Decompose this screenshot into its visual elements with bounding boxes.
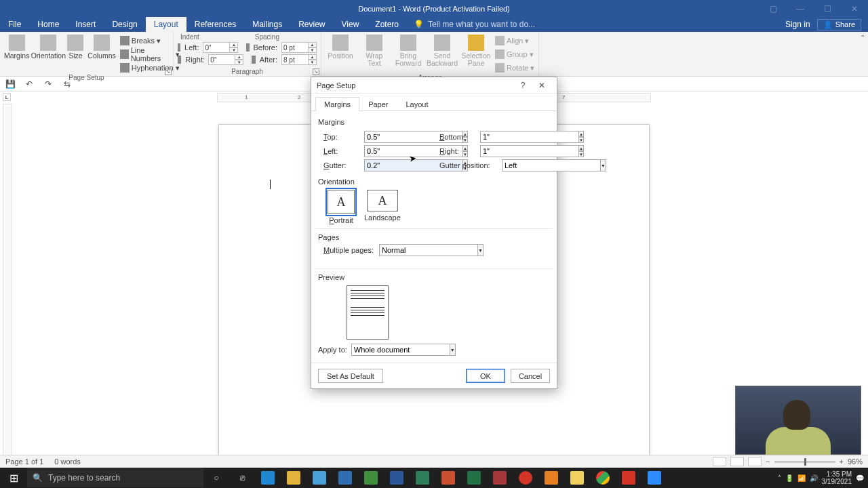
zoom-out-button[interactable]: − [766, 458, 770, 466]
zoom-slider[interactable] [774, 461, 835, 463]
taskbar-app-notes[interactable] [564, 468, 590, 488]
status-words[interactable]: 0 words [54, 458, 81, 466]
vertical-ruler[interactable] [3, 104, 12, 468]
taskbar-app-publisher[interactable] [410, 468, 435, 488]
ok-button[interactable]: OK [466, 369, 505, 383]
dialog-close-button[interactable]: ✕ [532, 81, 551, 90]
breaks-button[interactable]: Breaks▾ [120, 35, 180, 47]
dialog-tab-margins[interactable]: Margins [315, 97, 359, 111]
maximize-button[interactable]: ☐ [814, 0, 841, 17]
tab-layout[interactable]: Layout [146, 17, 186, 32]
tab-insert[interactable]: Insert [67, 17, 104, 32]
indent-left-spinner[interactable]: 0"▲▼ [203, 42, 238, 53]
start-button[interactable]: ⊞ [0, 468, 27, 488]
dialog-titlebar[interactable]: Page Setup ? ✕ [311, 77, 557, 94]
cortana-button[interactable]: ○ [203, 468, 229, 488]
tray-chevron-up-icon[interactable]: ˄ [778, 474, 781, 482]
tab-review[interactable]: Review [290, 17, 333, 32]
paragraph-launcher[interactable]: ↘ [313, 68, 319, 75]
task-view-button[interactable]: ⎚ [229, 468, 255, 488]
taskbar-app-zoom[interactable] [642, 468, 667, 488]
spacing-before-spinner[interactable]: 0 pt▲▼ [281, 42, 317, 53]
dialog-tab-paper[interactable]: Paper [359, 97, 397, 111]
taskbar-app-xbox[interactable] [358, 468, 384, 488]
taskbar-app-vlc[interactable] [538, 468, 564, 488]
page-setup-launcher[interactable]: ↘ [165, 68, 172, 75]
multiple-pages-combo[interactable]: ▼ [379, 244, 444, 256]
chevron-down-icon[interactable]: ▼ [478, 244, 484, 256]
taskbar-app-mail[interactable] [332, 468, 358, 488]
taskbar-app-chrome[interactable] [590, 468, 616, 488]
indent-right-spinner[interactable]: 0"▲▼ [208, 54, 243, 65]
minimize-button[interactable]: — [787, 0, 814, 17]
status-page[interactable]: Page 1 of 1 [5, 458, 43, 466]
selection-pane-button[interactable]: Selection Pane [461, 33, 491, 67]
taskbar-app-powerpoint[interactable] [435, 468, 461, 488]
right-spin-up[interactable]: ▲ [579, 145, 584, 151]
print-layout-button[interactable] [730, 457, 744, 466]
gutter-position-combo[interactable]: ▼ [502, 159, 549, 171]
top-spinner[interactable]: ▲▼ [364, 131, 412, 143]
taskbar-app-edge[interactable] [255, 468, 281, 488]
close-window-button[interactable]: ✕ [841, 0, 868, 17]
orientation-button[interactable]: Orientation [33, 33, 63, 60]
landscape-option[interactable]: A Landscape [364, 190, 401, 224]
tray-battery-icon[interactable]: 🔋 [785, 474, 793, 482]
tab-home[interactable]: Home [29, 17, 67, 32]
sign-in-link[interactable]: Sign in [785, 20, 810, 29]
right-spin-down[interactable]: ▼ [579, 151, 584, 157]
orientation-section-label: Orientation [318, 178, 550, 186]
tab-references[interactable]: References [186, 17, 244, 32]
left-spinner[interactable]: ▲▼ [364, 145, 412, 157]
taskbar-clock[interactable]: 1:35 PM 3/19/2021 [822, 470, 852, 485]
tab-zotero[interactable]: Zotero [367, 17, 407, 32]
tab-selector[interactable]: L [3, 93, 11, 101]
taskbar-app-excel[interactable] [461, 468, 487, 488]
bottom-spinner[interactable]: ▲▼ [480, 131, 528, 143]
tell-me-search[interactable]: 💡 Tell me what you want to do... [414, 17, 535, 32]
multiple-pages-value[interactable] [379, 244, 478, 256]
cancel-button[interactable]: Cancel [511, 369, 550, 383]
notifications-button[interactable]: 💬 [856, 474, 864, 482]
share-button[interactable]: 👤 Share [817, 19, 861, 30]
web-layout-button[interactable] [748, 457, 762, 466]
dialog-help-button[interactable]: ? [513, 81, 532, 90]
taskbar-app-word[interactable] [384, 468, 410, 488]
columns-button[interactable]: Columns [87, 33, 115, 60]
chevron-down-icon[interactable]: ▼ [450, 344, 456, 356]
tab-view[interactable]: View [334, 17, 368, 32]
tab-mailings[interactable]: Mailings [244, 17, 290, 32]
bottom-spin-down[interactable]: ▼ [579, 137, 584, 143]
zoom-level[interactable]: 96% [848, 458, 863, 466]
bottom-spin-up[interactable]: ▲ [579, 131, 584, 137]
tray-wifi-icon[interactable]: 📶 [797, 474, 806, 482]
portrait-option[interactable]: A Portrait [328, 190, 355, 224]
taskbar-app-opera[interactable] [513, 468, 538, 488]
ribbon-display-options[interactable]: ▢ [760, 0, 787, 17]
set-as-default-button[interactable]: Set As Default [318, 369, 383, 383]
right-spinner[interactable]: ▲▼ [480, 145, 528, 157]
apply-to-value[interactable] [351, 344, 450, 356]
tab-file[interactable]: File [0, 17, 29, 32]
taskbar-app-recorder[interactable] [616, 468, 642, 488]
chevron-down-icon[interactable]: ▼ [601, 159, 606, 171]
tab-design[interactable]: Design [104, 17, 145, 32]
line-numbers-button[interactable]: Line Numbers▾ [120, 48, 180, 60]
taskbar-app-store[interactable] [307, 468, 332, 488]
size-button[interactable]: Size [67, 33, 83, 60]
collapse-ribbon-icon[interactable]: ⌃ [860, 34, 865, 41]
gutter-position-value[interactable] [502, 159, 601, 171]
bottom-input[interactable] [480, 131, 579, 143]
margins-button[interactable]: Margins [4, 33, 29, 60]
gutter-spinner[interactable]: ▲▼ [364, 159, 412, 171]
apply-to-combo[interactable]: ▼ [351, 344, 420, 356]
taskbar-app-access[interactable] [487, 468, 513, 488]
zoom-in-button[interactable]: + [840, 458, 844, 466]
spacing-after-spinner[interactable]: 8 pt▲▼ [281, 54, 317, 65]
taskbar-search[interactable]: 🔍 Type here to search [27, 468, 203, 487]
tray-volume-icon[interactable]: 🔊 [810, 474, 818, 482]
right-input[interactable] [480, 145, 579, 157]
dialog-tab-layout[interactable]: Layout [397, 97, 437, 111]
read-mode-button[interactable] [713, 457, 726, 466]
taskbar-app-explorer[interactable] [281, 468, 307, 488]
